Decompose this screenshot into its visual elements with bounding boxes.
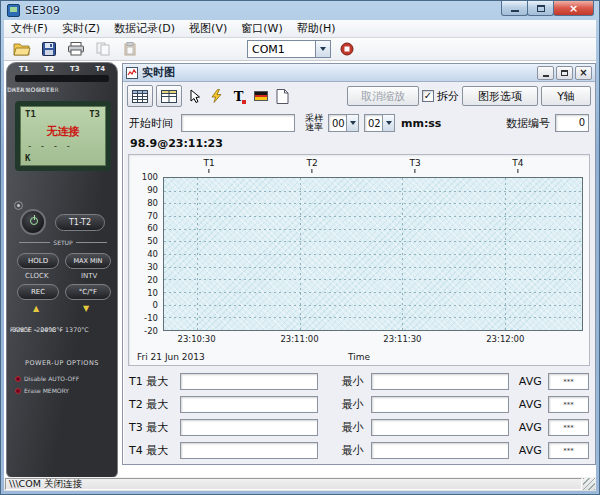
cursor-tool-button[interactable] bbox=[185, 87, 204, 106]
menu-help[interactable]: 帮助(H) bbox=[290, 20, 343, 37]
t1-avg-field[interactable]: *** bbox=[548, 373, 589, 390]
minimize-icon bbox=[543, 75, 549, 77]
legend-item: T4 bbox=[512, 158, 523, 173]
t1-max-field[interactable] bbox=[180, 373, 318, 390]
resize-grip-icon[interactable] bbox=[583, 478, 595, 490]
y-axis: 1009080706050403020100-10-20 bbox=[129, 177, 161, 331]
menu-realtime[interactable]: 实时(Z) bbox=[55, 20, 107, 37]
y-axis-button[interactable]: Y轴 bbox=[541, 86, 591, 106]
rate-minutes-select[interactable]: 00 bbox=[328, 114, 359, 132]
y-tick-label: 60 bbox=[147, 223, 158, 233]
rate-seconds-select[interactable]: 02 bbox=[364, 114, 395, 132]
x-tick-label: 23:11:00 bbox=[280, 334, 318, 344]
device-input-t4: T4 bbox=[95, 65, 105, 73]
t2-max-field[interactable] bbox=[180, 396, 318, 413]
t4-min-label: 最小 bbox=[342, 443, 371, 458]
maximize-icon bbox=[537, 5, 545, 12]
option-icon bbox=[15, 388, 21, 394]
lightning-tool-button[interactable] bbox=[207, 87, 226, 106]
close-button[interactable]: × bbox=[553, 1, 594, 16]
stop-button[interactable] bbox=[335, 39, 358, 59]
t3-max-field[interactable] bbox=[180, 419, 318, 436]
h-gridline bbox=[164, 267, 582, 268]
realtime-window-title: 实时图 bbox=[142, 65, 535, 80]
thermometer-device-image: T1 T2 T3 T4 DATA LOGGER THERMOMETER T1 T… bbox=[6, 62, 118, 478]
chart-panel: T1T2T3T4 1009080706050403020100-10-20 23… bbox=[128, 154, 590, 366]
device-powerup-title: POWER-UP OPTIONS bbox=[7, 359, 117, 367]
graph-options-button[interactable]: 图形选项 bbox=[462, 86, 538, 106]
t1-min-field[interactable] bbox=[371, 373, 509, 390]
t4-avg-field[interactable]: *** bbox=[548, 442, 589, 459]
menu-datalog[interactable]: 数据记录(D) bbox=[107, 20, 182, 37]
save-button[interactable] bbox=[37, 39, 60, 59]
new-page-icon bbox=[276, 89, 289, 104]
menu-window[interactable]: 窗口(W) bbox=[234, 20, 289, 37]
t4-max-field[interactable] bbox=[180, 442, 318, 459]
y-tick-label: 100 bbox=[142, 172, 158, 182]
t2-min-field[interactable] bbox=[371, 396, 509, 413]
menu-file[interactable]: 文件(F) bbox=[4, 20, 55, 37]
menu-view[interactable]: 视图(V) bbox=[182, 20, 234, 37]
lcd-no-connection-text: 无连接 bbox=[21, 124, 105, 139]
y-tick-label: 40 bbox=[147, 249, 158, 259]
t3-avg-field[interactable]: *** bbox=[548, 419, 589, 436]
h-gridline bbox=[164, 216, 582, 217]
child-minimize-button[interactable] bbox=[537, 66, 554, 80]
realtime-graph-window: 实时图 × T bbox=[122, 63, 596, 465]
t4-min-field[interactable] bbox=[371, 442, 509, 459]
minimize-button[interactable] bbox=[501, 1, 528, 16]
open-button[interactable] bbox=[10, 39, 33, 59]
device-t1-t2-button: T1-T2 bbox=[55, 214, 105, 231]
y-tick-label: 0 bbox=[153, 300, 158, 310]
paste-button[interactable] bbox=[118, 39, 141, 59]
lcd-thermocouple-type: K bbox=[25, 153, 30, 163]
chart-legend: T1T2T3T4 bbox=[163, 158, 583, 176]
maximize-icon bbox=[561, 70, 568, 76]
t3-min-field[interactable] bbox=[371, 419, 509, 436]
x-tick-label: 23:10:30 bbox=[178, 334, 216, 344]
com-port-value: COM1 bbox=[248, 43, 315, 56]
split-checkbox[interactable]: ✓ bbox=[422, 90, 434, 102]
y-tick-label: 50 bbox=[147, 236, 158, 246]
h-gridline bbox=[164, 279, 582, 280]
text-color-button[interactable]: T bbox=[229, 87, 248, 106]
start-time-field[interactable] bbox=[181, 114, 295, 132]
child-close-button[interactable]: × bbox=[575, 66, 592, 80]
t1-avg-label: AVG bbox=[519, 375, 542, 388]
lcd-channel-t3: T3 bbox=[89, 109, 100, 119]
h-gridline bbox=[164, 191, 582, 192]
x-tick-label: 23:11:30 bbox=[383, 334, 421, 344]
h-gridline bbox=[164, 229, 582, 230]
new-page-button[interactable] bbox=[273, 87, 292, 106]
plot-area[interactable] bbox=[163, 177, 583, 331]
stats-row-t1: T1 最大 最小 AVG *** bbox=[129, 370, 589, 393]
t1-max-label: T1 最大 bbox=[129, 374, 180, 389]
backlight-icon bbox=[14, 201, 23, 210]
close-icon: × bbox=[579, 68, 587, 78]
lcd-frame: T1 T3 无连接 - - - - K bbox=[15, 101, 111, 171]
v-gridline bbox=[300, 178, 301, 330]
legend-tick-mark bbox=[312, 169, 313, 173]
child-maximize-button[interactable] bbox=[556, 66, 573, 80]
chevron-down-icon[interactable] bbox=[346, 115, 358, 131]
h-gridline bbox=[164, 305, 582, 306]
graph-view-button[interactable] bbox=[156, 85, 182, 107]
copy-button[interactable] bbox=[91, 39, 114, 59]
window-title: SE309 bbox=[25, 4, 60, 17]
print-button[interactable] bbox=[64, 39, 87, 59]
cursor-readout: 98.9@23:11:23 bbox=[130, 137, 223, 150]
t2-avg-field[interactable]: *** bbox=[548, 396, 589, 413]
datasheet-view-button[interactable] bbox=[127, 85, 153, 107]
flag-button[interactable] bbox=[251, 87, 270, 106]
data-number-field[interactable]: 0 bbox=[555, 114, 589, 132]
y-tick-label: 20 bbox=[147, 275, 158, 285]
chevron-down-icon[interactable] bbox=[315, 41, 330, 57]
y-tick-label: 80 bbox=[147, 198, 158, 208]
com-port-combobox[interactable]: COM1 bbox=[247, 40, 331, 58]
close-icon: × bbox=[569, 3, 578, 14]
window-controls: × bbox=[502, 1, 594, 16]
cancel-zoom-button[interactable]: 取消缩放 bbox=[347, 86, 419, 106]
h-gridline bbox=[164, 254, 582, 255]
maximize-button[interactable] bbox=[527, 1, 554, 16]
chevron-down-icon[interactable] bbox=[382, 115, 394, 131]
